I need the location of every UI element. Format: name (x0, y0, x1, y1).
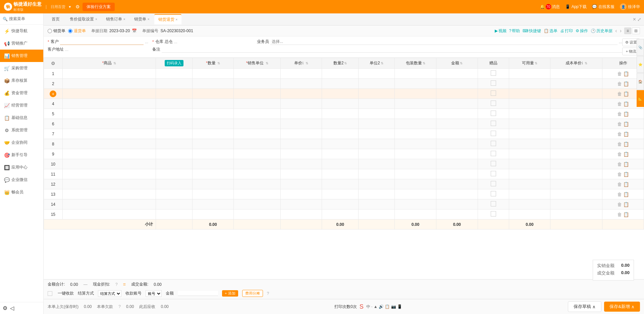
trial-btn[interactable]: 体验行业方案 (83, 3, 115, 11)
qty2-sort-icon[interactable]: ⇅ (344, 61, 347, 65)
one-click-checkbox[interactable] (48, 291, 52, 296)
delete-row-icon[interactable]: 🗑 (617, 111, 622, 117)
add-payment-btn[interactable]: + 添加 (222, 290, 238, 297)
column-settings-icon[interactable]: ⚙ (51, 61, 55, 66)
product-input[interactable] (64, 91, 155, 96)
gift-checkbox[interactable] (491, 191, 496, 196)
product-cell[interactable] (62, 139, 156, 149)
customer-input[interactable] (60, 39, 144, 45)
settlement-method-select[interactable]: 结算方式 (98, 290, 121, 297)
notification-area[interactable]: 🔔 70 消息 (540, 4, 560, 10)
amount-payment-input[interactable] (178, 291, 218, 296)
gift-checkbox[interactable] (491, 201, 496, 206)
collapse-icon[interactable]: ◁ (10, 305, 14, 311)
sidebar-item-apps[interactable]: 🔲 应用中心 (0, 161, 43, 174)
copy-row-icon[interactable]: 📋 (623, 212, 629, 217)
product-cell[interactable] (62, 209, 156, 219)
product-cell[interactable] (62, 109, 156, 119)
delete-row-icon[interactable]: 🗑 (617, 172, 622, 177)
unit2-sort-icon[interactable]: ⇅ (381, 61, 383, 65)
copy-row-icon[interactable]: 📋 (623, 101, 629, 107)
calendar-icon[interactable]: 📅 (132, 28, 137, 33)
delete-row-icon[interactable]: 🗑 (617, 202, 622, 207)
product-cell[interactable] (62, 119, 156, 129)
product-sort-icon[interactable]: ⇅ (113, 61, 116, 65)
delete-row-icon[interactable]: 🗑 (617, 91, 622, 97)
tab-sale-return[interactable]: 销货退货 × (154, 14, 182, 24)
print-link[interactable]: 🖨 打印 (560, 28, 573, 34)
sidebar-item-purchase[interactable]: 🛒 采购管理 (0, 62, 43, 74)
chevron-down-icon[interactable]: ▼ (68, 5, 71, 9)
radio-sale-return[interactable]: 退货单 (68, 28, 86, 34)
tab-close-sale-return[interactable]: × (176, 18, 178, 21)
notes-input[interactable] (162, 46, 622, 53)
product-cell[interactable] (62, 179, 156, 189)
delete-row-icon[interactable]: 🗑 (617, 141, 622, 147)
sidebar-search[interactable]: 🔍 搜索菜单 (0, 13, 43, 25)
tab-close-sale-delivery[interactable]: × (148, 17, 150, 21)
delete-row-icon[interactable]: 🗑 (617, 182, 622, 187)
gift-checkbox[interactable] (491, 131, 496, 136)
online-service-area[interactable]: 💬 在线客服 (592, 4, 614, 10)
gift-checkbox[interactable] (491, 70, 496, 76)
copy-row-icon[interactable]: 📋 (623, 182, 629, 187)
prev-btn[interactable]: ‹ (615, 28, 617, 34)
copy-row-icon[interactable]: 📋 (623, 141, 629, 147)
tab-close-sale-extract[interactable]: × (95, 17, 97, 21)
delete-row-icon[interactable]: 🗑 (617, 121, 622, 127)
sidebar-item-inventory[interactable]: 📦 库存核算 (0, 74, 43, 87)
tab-sale-delivery[interactable]: 销货单 × (130, 14, 154, 24)
sidebar-item-shortcut[interactable]: ⚡ 快捷导航 (0, 25, 43, 37)
sidebar-item-wechat[interactable]: 💬 企业微信 (0, 174, 43, 186)
delete-row-icon[interactable]: 🗑 (617, 192, 622, 197)
sidebar-item-newbie[interactable]: 🎯 新手引导 (0, 149, 43, 161)
radio-return-input[interactable] (68, 29, 72, 33)
sidebar-item-member[interactable]: 👑 畅会员 (0, 186, 43, 198)
expand-icon[interactable]: ⤢ (637, 17, 641, 22)
delete-row-icon[interactable]: 🗑 (617, 212, 622, 217)
delete-row-icon[interactable]: 🗑 (617, 131, 622, 137)
save-new-btn[interactable]: 保存&新增 ∧ (604, 302, 640, 312)
account-no-select[interactable]: 账号 (146, 290, 162, 297)
gift-checkbox[interactable] (491, 161, 496, 166)
close-tab-icon[interactable]: × (633, 16, 636, 22)
right-mini-btn-4[interactable]: 📐 (637, 90, 644, 107)
gift-checkbox[interactable] (491, 151, 496, 156)
cost-sort-icon[interactable]: ⇅ (585, 61, 587, 65)
gift-checkbox[interactable] (491, 101, 496, 106)
select-link[interactable]: 📋 选单 (544, 28, 557, 34)
cash-discount-help[interactable]: ? (115, 282, 118, 287)
copy-row-icon[interactable]: 📋 (623, 71, 629, 76)
history-link[interactable]: 🕐 历史单据 (591, 28, 612, 34)
sale-unit-sort-icon[interactable]: ⇅ (266, 61, 268, 65)
user-area[interactable]: 👤 徐泽华 (620, 3, 640, 10)
next-btn[interactable]: › (620, 28, 622, 34)
qty-sort-icon[interactable]: ⇅ (217, 61, 220, 65)
copy-row-icon[interactable]: 📋 (623, 81, 629, 86)
copy-row-icon[interactable]: 📋 (623, 111, 629, 117)
delete-row-icon[interactable]: 🗑 (617, 101, 622, 107)
right-mini-btn-3[interactable]: 🏠 (637, 73, 644, 90)
amount-sort-icon[interactable]: ⇅ (460, 61, 463, 65)
gift-checkbox[interactable] (491, 211, 496, 216)
settings-icon[interactable]: ⚙ (75, 4, 80, 9)
gift-checkbox[interactable] (491, 171, 496, 176)
product-cell[interactable] (62, 159, 156, 169)
copy-row-icon[interactable]: 📋 (623, 91, 629, 97)
delete-row-icon[interactable]: 🗑 (617, 71, 622, 76)
copy-row-icon[interactable]: 📋 (623, 131, 629, 137)
list-view-btn[interactable]: ≡ (624, 27, 631, 34)
gift-checkbox[interactable] (491, 121, 496, 126)
single-owe-help[interactable]: ? (118, 304, 121, 309)
sidebar-item-operations[interactable]: 📈 经营管理 (0, 99, 43, 112)
copy-row-icon[interactable]: 📋 (623, 192, 629, 197)
right-mini-btn-2[interactable]: ⭐ (637, 56, 644, 73)
sidebar-item-basic[interactable]: 📋 基础信息 (0, 112, 43, 124)
copy-row-icon[interactable]: 📋 (623, 202, 629, 207)
right-mini-btn-1[interactable]: 📎 (637, 39, 644, 56)
product-cell[interactable] (62, 169, 156, 179)
gear-bottom-icon[interactable]: ⚙ (3, 305, 7, 311)
operate-link[interactable]: ⚙ 操作 (576, 28, 588, 34)
product-cell[interactable] (62, 69, 156, 79)
sidebar-item-marketing[interactable]: 📢 营销推广 (0, 37, 43, 50)
